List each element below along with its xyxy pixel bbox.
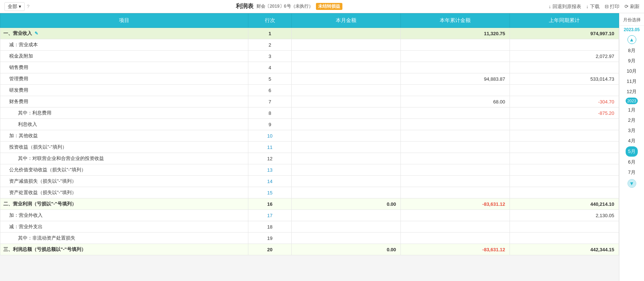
table-row: 加：其他收益10 xyxy=(0,130,619,142)
cell-row-num: 3 xyxy=(248,51,291,62)
cell-row-num: 18 xyxy=(248,221,291,233)
cell-prev-amount: 533,014.73 xyxy=(510,73,619,85)
cell-prev-amount xyxy=(510,233,619,244)
cell-prev-amount xyxy=(510,176,619,187)
print-button[interactable]: ⊟ 打印 xyxy=(605,3,620,10)
table-row: 其中：对联营企业和合营企业的投资收益12 xyxy=(0,153,619,164)
back-button[interactable]: ↓ 回退到原报表 xyxy=(548,3,581,10)
cell-year-amount xyxy=(401,210,510,221)
cell-month-amount xyxy=(292,119,401,130)
table-area: 项目 行次 本月金额 本年累计金额 上年同期累计 一、营业收入 ✎111,320… xyxy=(0,13,619,281)
cell-month-amount: 0.00 xyxy=(292,244,401,255)
header-right: ↓ 回退到原报表 ↓ 下载 ⊟ 打印 ⟳ 刷新 xyxy=(548,3,640,10)
sidebar-month-item[interactable]: 1月 xyxy=(623,105,640,115)
cell-month-amount xyxy=(292,221,401,233)
cell-row-num: 5 xyxy=(248,73,291,85)
cell-year-amount xyxy=(401,176,510,187)
cell-item: 加：其他收益 xyxy=(0,130,248,142)
cell-item: 一、营业收入 ✎ xyxy=(0,28,248,39)
cell-month-amount: 0.00 xyxy=(292,198,401,210)
cell-item: 资产处置收益（损失以"-"填列） xyxy=(0,187,248,198)
cell-row-num: 4 xyxy=(248,62,291,73)
sidebar-month-item[interactable]: 4月 xyxy=(623,136,640,146)
col-header-item: 项目 xyxy=(0,14,248,28)
cell-year-amount: 68.00 xyxy=(401,96,510,107)
cell-prev-amount xyxy=(510,62,619,73)
sidebar-month-item[interactable]: 5月 xyxy=(626,146,637,157)
cell-row-num: 1 xyxy=(248,28,291,39)
cell-prev-amount: -304.70 xyxy=(510,96,619,107)
cell-month-amount xyxy=(292,107,401,119)
cell-month-amount xyxy=(292,96,401,107)
table-row: 研发费用6 xyxy=(0,85,619,96)
cell-year-amount: 11,320.75 xyxy=(401,28,510,39)
cell-row-num: 2 xyxy=(248,39,291,51)
table-row: 销售费用4 xyxy=(0,62,619,73)
subtitle: 财会〔2019〕6号（未执行） xyxy=(256,3,313,10)
sidebar-month-item[interactable]: 3月 xyxy=(623,125,640,136)
sidebar-month-item[interactable]: 10月 xyxy=(623,66,640,76)
cell-month-amount xyxy=(292,28,401,39)
sidebar-month-item[interactable]: 9月 xyxy=(623,56,640,66)
page-title: 利润表 xyxy=(236,3,253,10)
cell-prev-amount: 2,130.05 xyxy=(510,210,619,221)
cell-month-amount xyxy=(292,62,401,73)
table-row: 二、营业利润（亏损以"-"号填列）160.00-83,631.12440,214… xyxy=(0,198,619,210)
col-header-row: 行次 xyxy=(248,14,291,28)
cell-row-num: 14 xyxy=(248,176,291,187)
cell-year-amount xyxy=(401,164,510,176)
download-button[interactable]: ↓ 下载 xyxy=(586,3,600,10)
edit-icon[interactable]: ✎ xyxy=(33,31,38,36)
cell-month-amount xyxy=(292,164,401,176)
refresh-button[interactable]: ⟳ 刷新 xyxy=(625,3,640,10)
cell-item: 二、营业利润（亏损以"-"号填列） xyxy=(0,198,248,210)
help-icon[interactable]: ? xyxy=(27,4,29,9)
table-row: 资产处置收益（损失以"-"填列）15 xyxy=(0,187,619,198)
main-container: 项目 行次 本月金额 本年累计金额 上年同期累计 一、营业收入 ✎111,320… xyxy=(0,13,644,281)
cell-year-amount: -83,631.12 xyxy=(401,198,510,210)
table-row: 管理费用594,883.87533,014.73 xyxy=(0,73,619,85)
table-row: 一、营业收入 ✎111,320.75974,997.10 xyxy=(0,28,619,39)
cell-item: 其中：非流动资产处置损失 xyxy=(0,233,248,244)
cell-month-amount xyxy=(292,210,401,221)
sidebar-month-item[interactable]: 2月 xyxy=(623,115,640,125)
table-row: 三、利润总额（亏损总额以"-"号填列）200.00-83,631.12442,3… xyxy=(0,244,619,255)
cell-year-amount xyxy=(401,85,510,96)
sidebar: 月份选择 2023.05 ▲ 8月9月10月11月12月20231月2月3月4月… xyxy=(619,13,644,281)
cell-item: 管理费用 xyxy=(0,73,248,85)
sidebar-month-item[interactable]: 11月 xyxy=(623,76,640,87)
table-row: 减：营业外支出18 xyxy=(0,221,619,233)
table-row: 利息收入9 xyxy=(0,119,619,130)
cell-row-num: 20 xyxy=(248,244,291,255)
sidebar-month-item[interactable]: 8月 xyxy=(623,45,640,56)
cell-row-num: 17 xyxy=(248,210,291,221)
cell-prev-amount: 442,344.15 xyxy=(510,244,619,255)
table-row: 其中：非流动资产处置损失19 xyxy=(0,233,619,244)
cell-year-amount xyxy=(401,130,510,142)
sidebar-month-item[interactable]: 6月 xyxy=(623,157,640,167)
sidebar-months-container: 8月9月10月11月12月20231月2月3月4月5月6月7月 xyxy=(623,45,640,178)
cell-year-amount xyxy=(401,39,510,51)
nav-up-button[interactable]: ▲ xyxy=(627,35,636,44)
category-dropdown[interactable]: 全部 ▾ xyxy=(4,2,25,11)
cell-year-amount xyxy=(401,107,510,119)
cell-row-num: 9 xyxy=(248,119,291,130)
nav-down-button[interactable]: ▼ xyxy=(627,179,636,188)
cell-prev-amount: 2,072.97 xyxy=(510,51,619,62)
cell-year-amount xyxy=(401,233,510,244)
cell-prev-amount xyxy=(510,39,619,51)
cell-month-amount xyxy=(292,187,401,198)
cell-year-amount xyxy=(401,153,510,164)
cell-prev-amount xyxy=(510,221,619,233)
sidebar-month-item[interactable]: 12月 xyxy=(623,87,640,97)
cell-row-num: 11 xyxy=(248,142,291,153)
sidebar-current-year: 2023.05 xyxy=(624,26,640,34)
cell-month-amount xyxy=(292,233,401,244)
nav-arrows: ▲ xyxy=(627,34,636,45)
dropdown-label: 全部 xyxy=(8,3,17,10)
cell-item: 减：营业外支出 xyxy=(0,221,248,233)
sidebar-month-item[interactable]: 7月 xyxy=(623,167,640,178)
status-badge: 未结转损益 xyxy=(316,3,342,10)
cell-item: 投资收益（损失以"-"填列） xyxy=(0,142,248,153)
sidebar-month-item[interactable]: 2023 xyxy=(626,98,637,104)
